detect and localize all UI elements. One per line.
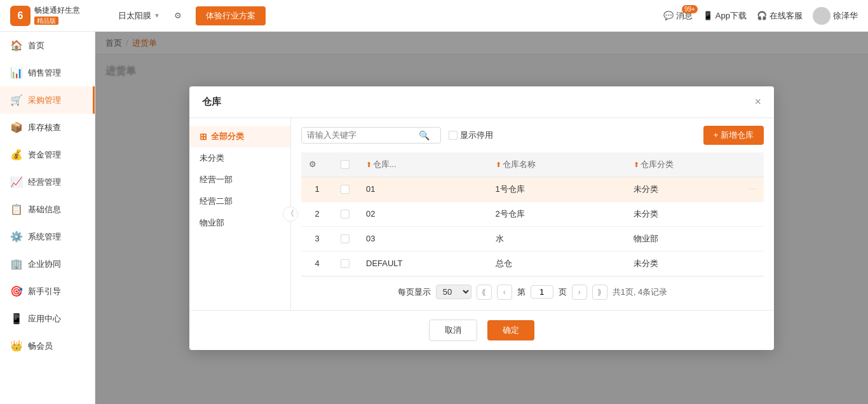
grid-icon: ⊞ [200,131,207,142]
add-warehouse-button[interactable]: + 新增仓库 [703,126,764,145]
col-header-settings[interactable]: ⚙ [301,152,333,177]
first-page-button[interactable]: ⟪ [477,285,492,300]
search-icon[interactable]: 🔍 [419,130,430,140]
warehouse-table: ⚙ ⬆仓库... ⬆仓库名称 ⬆仓库分类 [301,152,764,276]
row-checkbox-cell[interactable] [333,226,358,251]
row-category: 未分类··· [626,177,764,201]
row-no: 4 [301,251,333,276]
row-name: 1号仓库 [488,177,626,201]
row-select-checkbox[interactable] [341,210,349,219]
row-category: 未分类 [626,251,764,276]
row-checkbox-cell[interactable] [333,201,358,226]
sidebar-item-purchase[interactable]: 🛒采购管理 [0,86,95,114]
category-item-1[interactable]: 经营一部 [189,169,290,191]
sidebar-item-basic[interactable]: 📋基础信息 [0,196,95,223]
sidebar-item-enterprise[interactable]: 🏢企业协同 [0,250,95,278]
table-row[interactable]: 3 03 水 物业部 [301,226,764,251]
sidebar-icon-guide: 🎯 [10,285,23,297]
sidebar-label-purchase: 采购管理 [28,95,61,106]
row-select-checkbox[interactable] [341,185,349,194]
row-code: 02 [358,201,488,226]
sidebar-item-finance[interactable]: 💰资金管理 [0,141,95,168]
sort-icon-category: ⬆ [634,161,639,168]
category-list: 未分类经营一部经营二部物业部 [189,147,290,234]
user-profile-button[interactable]: 徐泽华 [813,7,858,25]
row-checkbox-cell[interactable] [333,177,358,201]
search-input[interactable] [307,130,415,140]
app-download-label: App下载 [715,10,747,22]
last-page-button[interactable]: ⟫ [592,285,607,300]
sidebar-label-system: 系统管理 [28,231,61,243]
current-page-input[interactable] [531,285,553,299]
sidebar-item-operations[interactable]: 📈经营管理 [0,168,95,196]
row-select-checkbox[interactable] [341,259,349,268]
sidebar-item-guide[interactable]: 🎯新手引导 [0,278,95,305]
confirm-button[interactable]: 确定 [487,320,534,340]
top-header: 6 畅捷通好生意 精品版 日太阳膜 ▼ ⚙ 体验行业方案 💬 消息 99+ 📱 … [0,0,868,32]
sidebar-icon-system: ⚙️ [10,231,23,243]
row-checkbox-cell[interactable] [333,251,358,276]
col-header-name[interactable]: ⬆仓库名称 [488,152,626,177]
category-item-0[interactable]: 未分类 [189,147,290,169]
branch-name: 日太阳膜 [118,10,151,22]
online-service-button[interactable]: 🎧 在线客服 [757,10,803,22]
col-header-code[interactable]: ⬆仓库... [358,152,488,177]
category-item-3[interactable]: 物业部 [189,212,290,234]
row-more-button[interactable]: ··· [749,184,756,193]
settings-button[interactable]: ⚙ [168,6,188,26]
page-size-label: 每页显示 [398,286,431,298]
row-code: 01 [358,177,488,201]
app-download-button[interactable]: 📱 App下载 [703,10,747,22]
select-all-checkbox[interactable] [341,160,349,169]
table-container: ⚙ ⬆仓库... ⬆仓库名称 ⬆仓库分类 [301,152,764,276]
show-disabled-label: 显示停用 [460,130,493,141]
sidebar-item-inventory[interactable]: 📦库存核查 [0,114,95,141]
messages-button[interactable]: 💬 消息 99+ [663,10,693,22]
table-row[interactable]: 1 01 1号仓库 未分类··· [301,177,764,201]
table-panel: 🔍 显示停用 + 新增仓库 [291,118,774,310]
table-row[interactable]: 2 02 2号仓库 未分类 [301,201,764,226]
logo-icon: 6 [10,6,31,26]
messages-badge: 99+ [682,5,698,13]
row-no: 2 [301,201,333,226]
row-name: 水 [488,226,626,251]
sidebar-item-apps[interactable]: 📱应用中心 [0,305,95,332]
sidebar-icon-home: 🏠 [10,39,23,51]
modal-body: ⊞ 全部分类 未分类经营一部经营二部物业部 《 🔍 [189,118,774,310]
collapse-panel-button[interactable]: 《 [283,206,298,222]
col-header-category[interactable]: ⬆仓库分类 [626,152,764,177]
message-icon: 💬 [663,11,674,20]
modal-title: 仓库 [202,96,221,108]
sidebar-item-system[interactable]: ⚙️系统管理 [0,223,95,250]
sidebar-item-home[interactable]: 🏠首页 [0,32,95,59]
prev-page-button[interactable]: ‹ [497,285,512,300]
table-row[interactable]: 4 DEFAULT 总仓 未分类 [301,251,764,276]
branch-selector[interactable]: 日太阳膜 ▼ [118,10,160,22]
row-category: 物业部 [626,226,764,251]
sort-icon-name: ⬆ [496,161,501,168]
sidebar: 🏠首页📊销售管理🛒采购管理📦库存核查💰资金管理📈经营管理📋基础信息⚙️系统管理🏢… [0,32,95,404]
sidebar-icon-enterprise: 🏢 [10,258,23,270]
sidebar-label-sales: 销售管理 [28,67,61,79]
page-size-select[interactable]: 50 20 100 [436,285,471,299]
sidebar-item-sales[interactable]: 📊销售管理 [0,59,95,86]
show-disabled-checkbox[interactable]: 显示停用 [449,130,493,141]
next-page-button[interactable]: › [572,285,587,300]
modal-close-button[interactable]: × [754,95,761,109]
sidebar-item-member[interactable]: 👑畅会员 [0,332,95,360]
sidebar-label-operations: 经营管理 [28,177,61,188]
phone-icon: 📱 [703,11,713,20]
disabled-checkbox[interactable] [449,131,458,140]
page-label: 第 [517,286,526,298]
experience-button[interactable]: 体验行业方案 [196,6,266,25]
main-layout: 🏠首页📊销售管理🛒采购管理📦库存核查💰资金管理📈经营管理📋基础信息⚙️系统管理🏢… [0,32,868,404]
category-panel: ⊞ 全部分类 未分类经营一部经营二部物业部 《 [189,118,291,310]
cancel-button[interactable]: 取消 [429,320,477,341]
row-select-checkbox[interactable] [341,234,349,243]
category-item-2[interactable]: 经营二部 [189,191,290,212]
sidebar-label-finance: 资金管理 [28,149,61,161]
category-all-item[interactable]: ⊞ 全部分类 [189,126,290,147]
pagination: 每页显示 50 20 100 ⟪ ‹ 第 页 › [301,276,764,302]
sidebar-label-apps: 应用中心 [28,313,61,325]
col-header-check[interactable] [333,152,358,177]
